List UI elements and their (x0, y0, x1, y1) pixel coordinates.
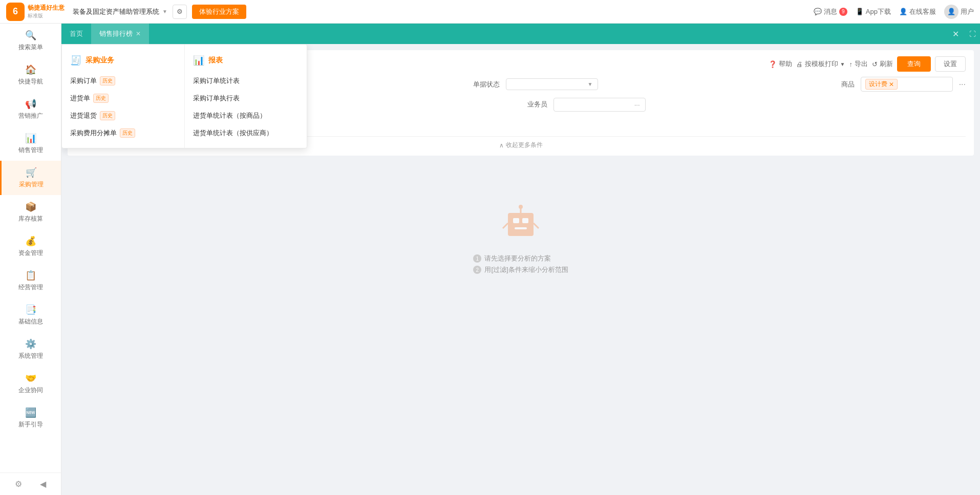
print-dropdown-icon[interactable]: ▼ (840, 61, 845, 67)
top-header: 6 畅捷通好生意 标准版 装备及固定资产辅助管理系统 ▼ ⚙ 体验行业方案 💬 … (0, 0, 980, 24)
menu-item-purchase-order-stats[interactable]: 采购订单统计表 (185, 72, 307, 90)
export-label: 导出 (855, 59, 868, 69)
menu-item-inbound[interactable]: 进货单 历史 (62, 90, 184, 107)
menu-item-return-label: 进货退货 (70, 111, 97, 120)
sidebar-item-finance[interactable]: 💰 资金管理 (0, 229, 61, 264)
print-label: 按模板打印 (805, 59, 838, 69)
sidebar-item-search-menu[interactable]: 🔍 搜索菜单 (0, 24, 61, 58)
system-title-text: 装备及固定资产辅助管理系统 (73, 7, 159, 16)
page-content: 🧾 采购业务 采购订单 历史 进货单 历史 进货退货 (61, 44, 980, 495)
collapse-filters-button[interactable]: ∧ 收起更多条件 (499, 141, 543, 149)
purchase-business-column: 🧾 采购业务 采购订单 历史 进货单 历史 进货退货 (62, 45, 184, 148)
notification-label: 消息 (824, 7, 837, 16)
svg-rect-2 (522, 218, 528, 223)
question-icon: ❓ (769, 60, 777, 68)
query-button[interactable]: 查询 (897, 56, 931, 72)
expand-icon[interactable]: ⛶ (965, 30, 980, 38)
close-tab-icon[interactable]: ✕ (136, 30, 141, 37)
menu-item-purchase-order[interactable]: 采购订单 历史 (62, 72, 184, 90)
sidebar-item-sales[interactable]: 📊 销售管理 (0, 126, 61, 161)
remove-goods-tag-icon[interactable]: ✕ (889, 81, 894, 88)
voucher-status-select[interactable]: ▼ (506, 78, 598, 90)
sidebar-item-guide[interactable]: 🆕 新手引导 (0, 401, 61, 435)
goods-more-icon[interactable]: ··· (959, 80, 966, 89)
notification-item[interactable]: 💬 消息 9 (814, 7, 847, 16)
close-all-tabs-icon[interactable]: ✕ (946, 29, 965, 39)
empty-state: 1 请先选择要分析的方案 2 用[过滤]条件来缩小分析范围 (68, 162, 974, 317)
menu-item-inbound-stats-supplier[interactable]: 进货单统计表（按供应商） (185, 124, 307, 142)
report-title: 报表 (208, 56, 223, 65)
sidebar-label: 搜索菜单 (18, 43, 43, 52)
sidebar-item-operations[interactable]: 📋 经营管理 (0, 264, 61, 298)
system-icon: ⚙️ (25, 338, 36, 350)
menu-item-purchase-expense[interactable]: 采购费用分摊单 历史 (62, 124, 184, 142)
refresh-label: 刷新 (880, 59, 893, 69)
set-button[interactable]: 设置 (935, 56, 966, 72)
sidebar-label: 营销推广 (18, 112, 43, 120)
menu-item-return[interactable]: 进货退货 历史 (62, 107, 184, 124)
sidebar-item-enterprise[interactable]: 🤝 企业协同 (0, 367, 61, 401)
tab-sales-rank[interactable]: 销售排行榜 ✕ (91, 24, 149, 44)
user-item[interactable]: 👤 用户 (944, 5, 974, 19)
sidebar-item-marketing[interactable]: 📢 营销推广 (0, 92, 61, 126)
settings-bottom-icon[interactable]: ⚙ (15, 479, 22, 489)
help-button[interactable]: ❓ 帮助 (769, 59, 792, 69)
menu-item-label: 采购订单执行表 (193, 94, 240, 103)
hint-text-2: 用[过滤]条件来缩小分析范围 (484, 265, 568, 274)
avatar: 👤 (944, 5, 958, 19)
online-service-item[interactable]: 👤 在线客服 (899, 7, 936, 16)
app-download-item[interactable]: 📱 App下载 (856, 7, 891, 16)
sidebar-item-inventory[interactable]: 📦 库存核算 (0, 195, 61, 229)
menu-item-purchase-order-exec[interactable]: 采购订单执行表 (185, 90, 307, 107)
empty-text: 1 请先选择要分析的方案 2 用[过滤]条件来缩小分析范围 (473, 252, 568, 276)
print-button[interactable]: 🖨 按模板打印 ▼ (796, 59, 845, 69)
menu-item-purchase-order-label: 采购订单 (70, 76, 97, 85)
settings-button[interactable]: ⚙ (173, 5, 187, 19)
finance-icon: 💰 (25, 235, 36, 247)
guide-icon: 🆕 (25, 407, 36, 418)
salesman-label: 业务员 (527, 100, 547, 109)
collapse-up-icon: ∧ (499, 142, 504, 149)
tab-home[interactable]: 首页 (61, 24, 91, 44)
report-header-icon: 📊 (193, 55, 204, 66)
logo-area: 6 畅捷通好生意 标准版 (6, 3, 68, 21)
salesman-select[interactable]: ··· (553, 98, 646, 112)
chevron-down-icon[interactable]: ▼ (162, 9, 167, 14)
refresh-icon: ↺ (872, 60, 878, 68)
voucher-status-label: 单据状态 (473, 80, 500, 89)
goods-tag-label: 设计费 (869, 80, 887, 89)
svg-line-6 (503, 223, 508, 228)
sales-icon: 📊 (25, 133, 36, 144)
tab-sales-rank-label: 销售排行榜 (99, 29, 133, 38)
menu-item-inbound-stats-goods[interactable]: 进货单统计表（按商品） (185, 107, 307, 124)
purchase-business-title: 采购业务 (86, 56, 114, 65)
help-label: 帮助 (779, 59, 792, 69)
export-icon: ↑ (849, 60, 853, 68)
sidebar-label: 快捷导航 (18, 77, 43, 86)
sidebar-label: 新手引导 (18, 420, 43, 429)
export-button[interactable]: ↑ 导出 (849, 59, 868, 69)
svg-line-7 (534, 223, 539, 228)
sidebar-label: 采购管理 (19, 180, 44, 189)
sidebar-item-system[interactable]: ⚙️ 系统管理 (0, 332, 61, 367)
menu-item-label: 进货单统计表（按供应商） (193, 128, 273, 138)
collapse-sidebar-icon[interactable]: ◀ (40, 479, 46, 489)
brand-name: 畅捷通好生意 (28, 4, 65, 12)
sidebar-bottom: ⚙ ◀ (0, 472, 61, 495)
refresh-button[interactable]: ↺ 刷新 (872, 59, 893, 69)
report-column: 📊 报表 采购订单统计表 采购订单执行表 进货单统计表（按商品） (184, 45, 307, 148)
sidebar-item-basic-info[interactable]: 📑 基础信息 (0, 298, 61, 332)
sidebar-item-purchase[interactable]: 🛒 采购管理 (0, 161, 61, 195)
logo-text: 畅捷通好生意 标准版 (28, 4, 65, 19)
hist-tag: 历史 (120, 128, 135, 138)
system-title: 装备及固定资产辅助管理系统 ▼ (73, 7, 167, 16)
hist-tag: 历史 (93, 94, 109, 103)
sidebar-label: 资金管理 (18, 249, 43, 257)
menu-item-purchase-expense-label: 采购费用分摊单 (70, 128, 117, 138)
report-header: 📊 报表 (185, 51, 307, 72)
sidebar-item-quick-nav[interactable]: 🏠 快捷导航 (0, 58, 61, 92)
sidebar-label: 销售管理 (18, 146, 43, 155)
logo-icon: 6 (6, 3, 25, 21)
search-icon: 🔍 (25, 30, 36, 41)
industry-btn[interactable]: 体验行业方案 (192, 5, 246, 19)
